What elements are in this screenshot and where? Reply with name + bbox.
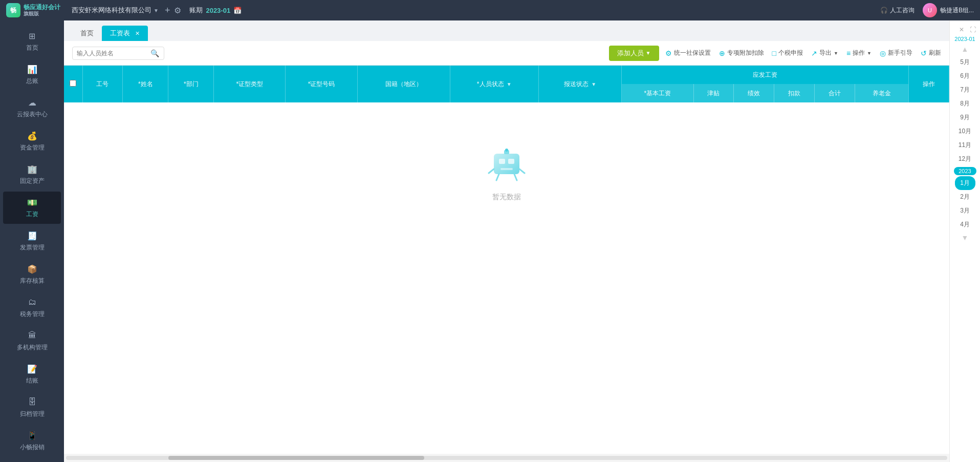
social-security-settings-button[interactable]: ⚙ 统一社保设置 xyxy=(665,49,711,57)
calendar-icon[interactable]: 📅 xyxy=(233,7,242,14)
col-checkbox[interactable] xyxy=(64,66,82,102)
period-label: 账期 xyxy=(189,6,203,15)
calendar-down-icon[interactable]: ▼ xyxy=(960,232,971,244)
add-icon[interactable]: + xyxy=(165,5,170,16)
search-input[interactable] xyxy=(77,50,148,57)
sidebar-label-multi-org: 多机构管理 xyxy=(17,343,48,352)
sidebar-item-settings[interactable]: ⚙ 基础设置 xyxy=(3,458,61,462)
col-group-payroll: 应发工资 xyxy=(622,66,909,84)
guide-button[interactable]: ◎ 新手引导 xyxy=(880,49,912,57)
tab-bar: 首页 工资表 ✕ xyxy=(64,20,949,41)
tab-close-icon[interactable]: ✕ xyxy=(135,30,140,36)
social-security-label: 统一社保设置 xyxy=(674,49,711,57)
export-label: 导出 xyxy=(819,49,832,57)
operations-icon: ≡ xyxy=(846,49,851,57)
col-actions: 操作 xyxy=(908,66,949,102)
col-performance: 绩效 xyxy=(734,84,774,102)
svg-point-5 xyxy=(505,149,508,152)
month-2[interactable]: 2月 xyxy=(950,190,980,204)
expense-icon: 📱 xyxy=(27,430,38,441)
col-pension: 养老金 xyxy=(855,84,909,102)
sidebar-item-invoice[interactable]: 🧾 发票管理 xyxy=(3,225,61,257)
sidebar-item-multi-org[interactable]: 🏛 多机构管理 xyxy=(3,325,61,357)
month-11[interactable]: 11月 xyxy=(950,138,980,152)
sidebar-label-archive: 归档管理 xyxy=(20,410,45,418)
sidebar-item-expense[interactable]: 📱 小畅报销 xyxy=(3,425,61,457)
guide-toolbar-icon: ◎ xyxy=(880,49,886,57)
sidebar-item-payroll[interactable]: 💵 工资 xyxy=(3,192,61,224)
top-header: 畅 畅应通好会计 旗舰版 西安虾米网络科技有限公司 ▼ + ⚙ 账期 2023-… xyxy=(0,0,980,20)
payroll-icon: 💵 xyxy=(27,197,38,208)
sidebar-item-ledger[interactable]: 📊 总账 xyxy=(3,58,61,91)
sidebar-label-ledger: 总账 xyxy=(26,77,38,86)
search-icon: 🔍 xyxy=(150,49,159,57)
sidebar-item-archive[interactable]: 🗄 归档管理 xyxy=(3,391,61,424)
sidebar-item-tax[interactable]: 🗂 税务管理 xyxy=(3,291,61,324)
add-person-button[interactable]: 添加人员 ▼ xyxy=(609,46,659,61)
cloud-icon: ☁ xyxy=(27,97,38,108)
sidebar-item-inventory[interactable]: 📦 库存核算 xyxy=(3,258,61,290)
col-status[interactable]: *人员状态 ▼ xyxy=(450,66,538,102)
month-9[interactable]: 9月 xyxy=(950,111,980,124)
month-4[interactable]: 4月 xyxy=(950,218,980,232)
month-10[interactable]: 10月 xyxy=(950,124,980,138)
operations-button[interactable]: ≡ 操作 ▼ xyxy=(846,49,872,57)
tab-home[interactable]: 首页 xyxy=(72,26,102,41)
app-logo-icon: 畅 xyxy=(6,3,20,17)
close-panel-icon[interactable]: ✕ xyxy=(956,25,967,35)
sidebar-item-home[interactable]: ⊞ 首页 xyxy=(3,25,61,57)
sidebar-label-inventory: 库存核算 xyxy=(20,277,45,285)
table-container: 工号 *姓名 *部门 *证型类型 *证型号码 国籍（地区） *人员状态 ▼ 报送… xyxy=(64,66,949,454)
month-3[interactable]: 3月 xyxy=(950,204,980,218)
svg-line-7 xyxy=(519,169,525,173)
tab-home-label: 首页 xyxy=(80,29,94,37)
user-info[interactable]: U 畅捷通B组... xyxy=(923,3,974,17)
tax-icon: 🗂 xyxy=(27,297,38,308)
special-deduction-icon: ⊕ xyxy=(719,49,725,57)
status-filter-icon: ▼ xyxy=(507,81,512,87)
export-button[interactable]: ↗ 导出 ▼ xyxy=(811,49,838,57)
refresh-button[interactable]: ↺ 刷新 xyxy=(921,49,941,57)
human-service-label: 人工咨询 xyxy=(890,6,914,15)
close-period-icon: 📝 xyxy=(27,363,38,374)
sidebar-item-close-period[interactable]: 📝 结账 xyxy=(3,358,61,390)
scrollbar-thumb[interactable] xyxy=(168,456,424,460)
tax-filing-button[interactable]: □ 个税申报 xyxy=(772,49,803,57)
sidebar-label-home: 首页 xyxy=(26,44,38,52)
month-7[interactable]: 7月 xyxy=(950,83,980,97)
select-all-checkbox[interactable] xyxy=(70,80,76,87)
month-12[interactable]: 12月 xyxy=(950,152,980,166)
expand-panel-icon[interactable]: ⛶ xyxy=(968,25,978,35)
company-selector[interactable]: 西安虾米网络科技有限公司 ▼ xyxy=(72,6,159,15)
sidebar-item-cloud-report[interactable]: ☁ 云报表中心 xyxy=(3,92,61,124)
empty-illustration xyxy=(486,143,527,184)
main-layout: ⊞ 首页 📊 总账 ☁ 云报表中心 💰 资金管理 🏢 固定资产 💵 工资 🧾 发… xyxy=(0,20,980,462)
bottom-scrollbar[interactable] xyxy=(64,454,949,462)
tax-filing-icon: □ xyxy=(772,49,776,57)
home-icon: ⊞ xyxy=(27,30,38,41)
col-total: 合计 xyxy=(815,84,855,102)
period-value: 2023-01 xyxy=(206,7,230,14)
search-box: 🔍 xyxy=(72,47,164,60)
special-deduction-button[interactable]: ⊕ 专项附加扣除 xyxy=(719,49,764,57)
month-8[interactable]: 8月 xyxy=(950,97,980,111)
export-icon: ↗ xyxy=(811,49,817,57)
guide-toolbar-label: 新手引导 xyxy=(888,49,912,57)
tab-payroll[interactable]: 工资表 ✕ xyxy=(102,26,148,41)
sidebar-item-assets[interactable]: 🏢 固定资产 xyxy=(3,158,61,191)
month-6[interactable]: 6月 xyxy=(950,69,980,83)
calendar-up-icon[interactable]: ▲ xyxy=(960,43,971,55)
tab-payroll-label: 工资表 xyxy=(110,29,130,37)
toolbar: 🔍 添加人员 ▼ ⚙ 统一社保设置 ⊕ 专项附加扣除 □ 个税申报 xyxy=(64,41,949,66)
human-service-button[interactable]: 🎧 人工咨询 xyxy=(880,6,914,15)
svg-line-6 xyxy=(489,169,494,173)
month-5[interactable]: 5月 xyxy=(950,55,980,69)
submit-filter-icon: ▼ xyxy=(591,81,596,87)
sidebar-label-close-period: 结账 xyxy=(26,376,38,385)
col-submit-status[interactable]: 报送状态 ▼ xyxy=(538,66,622,102)
settings-icon[interactable]: ⚙ xyxy=(174,6,181,15)
sidebar-label-funds: 资金管理 xyxy=(20,143,45,152)
month-1-active[interactable]: 1月 xyxy=(955,176,975,190)
content-area: 首页 工资表 ✕ 🔍 添加人员 ▼ ⚙ 统一社保设置 xyxy=(64,20,949,462)
sidebar-item-funds[interactable]: 💰 资金管理 xyxy=(3,125,61,157)
